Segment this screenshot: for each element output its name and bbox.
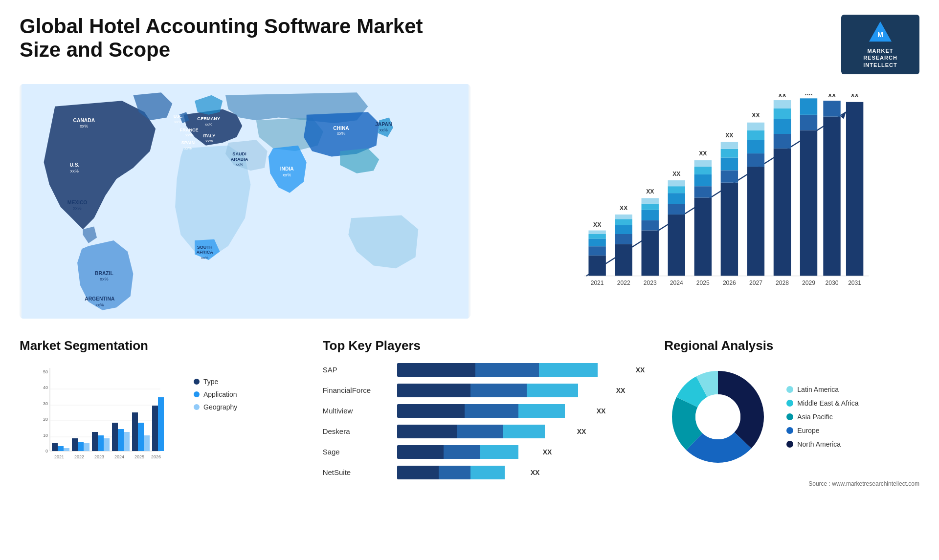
svg-text:2024: 2024	[670, 280, 683, 286]
svg-text:0: 0	[45, 449, 48, 453]
svg-rect-59	[668, 180, 685, 186]
player-multiview: Multiview XX	[323, 404, 645, 418]
legend-europe: Europe	[786, 427, 858, 434]
svg-rect-75	[747, 140, 764, 153]
svg-rect-89	[823, 116, 840, 276]
svg-text:U.S.: U.S.	[69, 162, 79, 168]
svg-rect-127	[104, 438, 110, 451]
asia-pacific-label: Asia Pacific	[797, 413, 832, 421]
svg-text:XX: XX	[699, 150, 707, 157]
svg-text:SOUTH: SOUTH	[197, 245, 213, 250]
svg-text:CHINA: CHINA	[333, 126, 349, 131]
asia-pacific-dot	[786, 413, 793, 420]
player-deskera: Deskera XX	[323, 425, 645, 438]
svg-text:10: 10	[43, 433, 48, 438]
svg-rect-126	[98, 435, 104, 451]
legend-north-america: North America	[786, 440, 858, 448]
svg-rect-55	[668, 215, 685, 276]
svg-rect-79	[774, 149, 791, 276]
svg-rect-130	[124, 432, 130, 451]
svg-text:ARABIA: ARABIA	[231, 156, 248, 161]
donut-chart	[664, 363, 772, 471]
svg-rect-74	[747, 153, 764, 167]
svg-rect-77	[747, 123, 764, 130]
world-map: CANADA xx% U.S. xx% MEXICO xx% BRAZIL xx…	[20, 84, 470, 319]
svg-text:20: 20	[43, 417, 48, 422]
svg-rect-73	[747, 167, 764, 276]
svg-rect-39	[588, 238, 605, 246]
svg-text:xx%: xx%	[174, 120, 181, 124]
svg-rect-128	[112, 423, 118, 451]
segmentation-title: Market Segmentation	[20, 338, 303, 353]
legend-application: Application	[194, 390, 237, 398]
svg-rect-53	[641, 198, 658, 203]
svg-rect-56	[668, 204, 685, 214]
svg-rect-86	[800, 115, 817, 130]
legend-geography: Geography	[194, 403, 237, 411]
player-val-ff: XX	[616, 387, 626, 394]
geography-label: Geography	[203, 403, 237, 411]
svg-rect-46	[615, 219, 632, 225]
growth-bar-chart: XX XX XX XX	[490, 84, 919, 319]
player-bar-sap: XX	[397, 363, 645, 377]
svg-rect-120	[58, 446, 64, 451]
player-val-ns: XX	[531, 469, 540, 476]
svg-rect-80	[774, 134, 791, 149]
svg-rect-68	[721, 170, 738, 182]
svg-text:xx%: xx%	[283, 172, 291, 177]
svg-rect-132	[138, 423, 144, 451]
svg-rect-43	[615, 244, 632, 276]
svg-rect-137	[158, 397, 164, 451]
svg-text:2026: 2026	[723, 280, 736, 286]
svg-rect-51	[641, 210, 658, 220]
svg-text:2031: 2031	[848, 280, 861, 286]
svg-rect-87	[800, 98, 817, 115]
application-label: Application	[203, 390, 237, 398]
svg-text:2028: 2028	[776, 280, 789, 286]
svg-text:2023: 2023	[644, 280, 657, 286]
svg-text:XX: XX	[850, 94, 858, 99]
svg-rect-83	[774, 100, 791, 108]
svg-text:XX: XX	[778, 94, 786, 99]
svg-text:xx%: xx%	[185, 133, 193, 137]
svg-text:SAUDI: SAUDI	[232, 151, 246, 156]
svg-rect-69	[721, 157, 738, 170]
mea-dot	[786, 400, 793, 407]
svg-rect-37	[588, 256, 605, 276]
svg-text:xx%: xx%	[380, 128, 388, 132]
svg-text:xx%: xx%	[236, 162, 243, 167]
player-val-sap: XX	[636, 366, 645, 374]
regional-legend: Latin America Middle East & Africa Asia …	[786, 386, 858, 448]
mea-label: Middle East & Africa	[797, 399, 858, 407]
svg-rect-124	[84, 443, 89, 451]
svg-text:GERMANY: GERMANY	[197, 116, 220, 121]
svg-rect-129	[118, 429, 124, 451]
svg-text:XX: XX	[725, 131, 733, 138]
svg-rect-65	[694, 160, 712, 167]
svg-rect-38	[588, 246, 605, 256]
svg-rect-133	[144, 435, 150, 451]
legend-asia-pacific: Asia Pacific	[786, 413, 858, 421]
svg-rect-61	[694, 197, 712, 276]
svg-text:50: 50	[43, 369, 48, 374]
player-name-dk: Deskera	[323, 427, 391, 435]
donut-chart-wrap: Latin America Middle East & Africa Asia …	[664, 363, 919, 471]
regional-analysis: Regional Analysis	[664, 338, 919, 487]
svg-rect-71	[721, 142, 738, 149]
page-header: Global Hotel Accounting Software Market …	[20, 15, 919, 74]
svg-text:2023: 2023	[94, 454, 104, 459]
svg-text:30: 30	[43, 401, 48, 406]
player-bar-dk: XX	[397, 425, 645, 438]
geography-dot	[194, 404, 200, 410]
svg-text:2026: 2026	[151, 454, 161, 459]
svg-text:xx%: xx%	[205, 122, 212, 126]
svg-text:40: 40	[43, 385, 48, 390]
svg-text:2021: 2021	[54, 454, 64, 459]
svg-rect-41	[588, 230, 605, 234]
svg-rect-44	[615, 234, 632, 244]
svg-rect-62	[694, 186, 712, 197]
svg-text:2024: 2024	[114, 454, 124, 459]
svg-rect-131	[132, 412, 138, 451]
market-segmentation: Market Segmentation 0 10 20 30 40 50 60	[20, 338, 303, 487]
key-players-section: Top Key Players SAP XX FinancialForce	[323, 338, 645, 487]
